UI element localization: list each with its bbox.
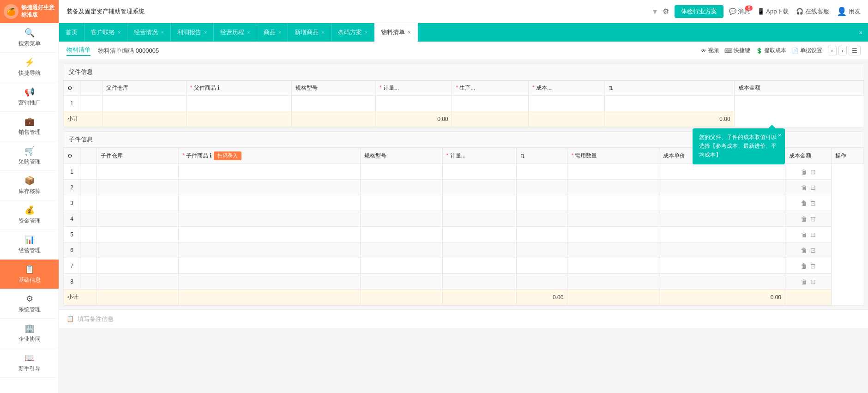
child-row-8-spec[interactable] [179,274,361,290]
single-setting-action[interactable]: 📄 单据设置 [792,47,822,54]
child-row-3-goods[interactable] [97,195,179,211]
nav-tab-close-history[interactable]: × [247,30,250,35]
child-row-8-goods[interactable] [97,274,179,290]
nav-tab-bom[interactable]: 物料清单× [374,23,417,42]
parent-th-gear[interactable]: ⚙ [64,81,80,96]
child-row-7-warehouse[interactable] [80,258,97,274]
shortcut-action[interactable]: ⌨ 快捷键 [724,47,750,54]
nav-tab-close-bom[interactable]: × [408,30,410,35]
child-row-4-unit[interactable] [361,211,442,227]
nav-tab-close-goods[interactable]: × [278,30,281,35]
scan-button[interactable]: 扫码录入 [214,151,241,160]
sidebar-item-guide[interactable]: 📖新手引导 [0,348,59,378]
dropdown-icon[interactable]: ▾ [653,6,657,17]
nav-tab-close-profit[interactable]: × [204,30,207,35]
delete-icon-2[interactable]: 🗑 [801,184,807,191]
child-row-4-unit-cost[interactable] [567,211,659,227]
delete-icon-3[interactable]: 🗑 [801,200,807,207]
child-row-3-quantity[interactable] [517,195,567,211]
nav-tab-goods[interactable]: 商品× [257,23,288,42]
child-row-8-unit[interactable] [361,274,442,290]
parent-row-1-cost[interactable] [452,96,528,111]
sidebar-item-enterprise[interactable]: 🏢企业协同 [0,319,59,348]
child-row-4-goods[interactable] [97,211,179,227]
child-row-1-unit-cost[interactable] [567,164,659,180]
child-row-5-warehouse[interactable] [80,227,97,242]
child-row-2-unit[interactable] [361,180,442,195]
delete-icon-5[interactable]: 🗑 [801,231,807,238]
sidebar-item-basic[interactable]: 📋基础信息 [0,260,59,289]
note-text[interactable]: 填写备注信息 [78,315,114,323]
sidebar-item-search[interactable]: 🔍搜索菜单 [0,23,59,53]
parent-row-1-production[interactable] [376,96,452,111]
child-row-5-goods[interactable] [97,227,179,242]
child-row-3-spec[interactable] [179,195,361,211]
cost-action[interactable]: 💲 提取成本 [756,47,786,54]
view-action[interactable]: 👁 视频 [701,47,719,54]
child-row-5-spec[interactable] [179,227,361,242]
child-row-4-quantity[interactable] [517,211,567,227]
copy-icon-6[interactable]: ⊡ [810,247,816,254]
online-service[interactable]: 🎧 在线客服 [796,7,829,16]
sidebar-item-quick-nav[interactable]: ⚡快捷导航 [0,53,59,82]
child-row-8-warehouse[interactable] [80,274,97,290]
delete-icon-6[interactable]: 🗑 [801,247,807,254]
child-row-6-spec[interactable] [179,242,361,258]
copy-icon-5[interactable]: ⊡ [810,231,816,238]
parent-row-1-goods[interactable] [102,96,186,111]
child-row-3-unit-cost[interactable] [567,195,659,211]
nav-tab-close-customer[interactable]: × [118,30,121,35]
child-row-2-goods[interactable] [97,180,179,195]
child-row-3-unit[interactable] [361,195,442,211]
child-row-7-unit[interactable] [361,258,442,274]
copy-icon-8[interactable]: ⊡ [810,278,816,285]
nav-tab-history[interactable]: 经营历程× [214,23,257,42]
child-row-5-unit-cost[interactable] [567,227,659,242]
child-row-4-warehouse[interactable] [80,211,97,227]
sidebar-item-system[interactable]: ⚙系统管理 [0,289,59,319]
nav-tab-profit[interactable]: 利润报告× [171,23,214,42]
tooltip-close-icon[interactable]: × [778,131,781,140]
child-row-1-goods[interactable] [97,164,179,180]
child-row-7-unit-cost[interactable] [567,258,659,274]
child-row-4-spec[interactable] [179,211,361,227]
child-row-1-warehouse[interactable] [80,164,97,180]
nav-tab-new-goods[interactable]: 新增商品× [288,23,331,42]
nav-tab-barcode[interactable]: 条码方案× [332,23,374,42]
child-row-8-unit-cost[interactable] [567,274,659,290]
trial-button[interactable]: 体验行业方案 [675,5,723,18]
child-th-gear[interactable]: ⚙ [64,148,80,164]
menu-btn[interactable]: ☰ [849,46,861,55]
delete-icon-1[interactable]: 🗑 [801,168,807,175]
child-row-5-unit[interactable] [361,227,442,242]
sidebar-item-sales[interactable]: 💼销售管理 [0,112,59,141]
app-download[interactable]: 📱 App下载 [757,7,789,16]
nav-tab-close-new-goods[interactable]: × [321,30,324,35]
child-row-7-goods[interactable] [97,258,179,274]
sub-tab-bom-list[interactable]: 物料清单 [66,46,90,56]
delete-icon-4[interactable]: 🗑 [801,215,807,223]
nav-tab-customer[interactable]: 客户联络× [84,23,127,42]
copy-icon-1[interactable]: ⊡ [810,168,816,175]
parent-row-1-spec[interactable] [186,96,291,111]
child-row-2-unit-cost[interactable] [567,180,659,195]
sidebar-item-operation[interactable]: 📊经营管理 [0,230,59,260]
child-row-2-spec[interactable] [179,180,361,195]
child-row-2-quantity[interactable] [517,180,567,195]
next-arrow[interactable]: › [838,46,847,55]
parent-row-1-unit[interactable] [291,96,375,111]
sidebar-item-marketing[interactable]: 📢营销推广 [0,82,59,112]
message-badge[interactable]: 💬 6 消息 [729,7,750,16]
sidebar-item-finance[interactable]: 💰资金管理 [0,200,59,230]
child-row-1-unit[interactable] [361,164,442,180]
nav-tab-close-business[interactable]: × [161,30,163,35]
gear-icon[interactable]: ⚙ [663,7,669,16]
child-row-6-quantity[interactable] [517,242,567,258]
child-row-5-quantity[interactable] [517,227,567,242]
child-row-3-warehouse[interactable] [80,195,97,211]
sidebar-item-purchase[interactable]: 🛒采购管理 [0,141,59,171]
child-row-7-spec[interactable] [179,258,361,274]
child-row-6-unit-cost[interactable] [567,242,659,258]
copy-icon-4[interactable]: ⊡ [810,215,816,223]
child-row-1-quantity[interactable] [517,164,567,180]
